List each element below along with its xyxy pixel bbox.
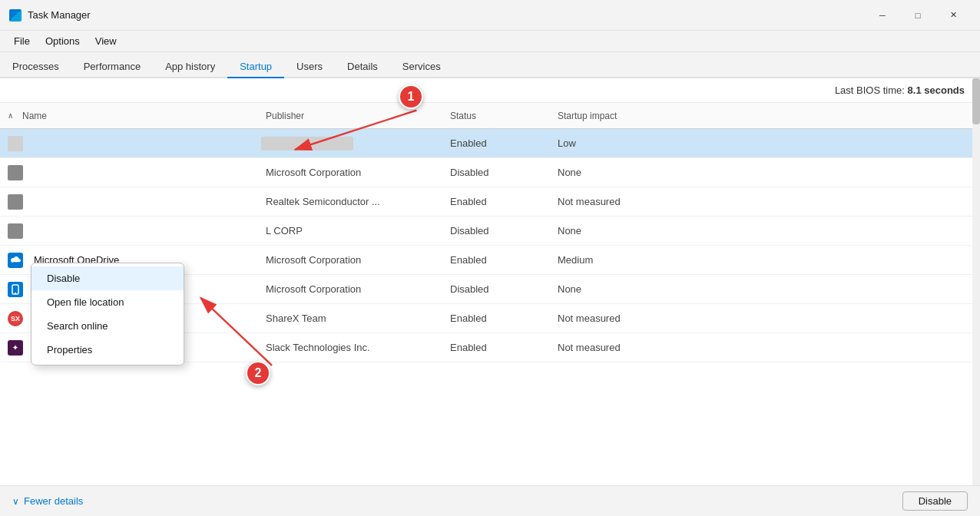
row-name-col bbox=[8, 136, 261, 151]
row-publisher-6: ShareX Team bbox=[261, 313, 445, 324]
context-menu-disable[interactable]: Disable bbox=[31, 266, 184, 290]
app-icon bbox=[9, 9, 22, 22]
bottom-bar: ∨ Fewer details Disable bbox=[0, 485, 980, 516]
row-status-1: Disabled bbox=[445, 167, 553, 178]
col-header-name[interactable]: ∧ Name bbox=[8, 111, 261, 121]
tab-startup[interactable]: Startup bbox=[227, 56, 284, 78]
app-icon-sharex: SX bbox=[8, 311, 23, 326]
title-bar-title: Task Manager bbox=[28, 9, 865, 21]
app-icon-0 bbox=[8, 136, 23, 151]
table-header: ∧ Name Publisher Status Startup impact bbox=[0, 103, 980, 129]
row-impact-7: Not measured bbox=[553, 342, 676, 353]
row-impact-0: Low bbox=[553, 137, 676, 149]
row-impact-6: Not measured bbox=[553, 313, 676, 324]
col-header-impact[interactable]: Startup impact bbox=[553, 110, 676, 121]
row-status-3: Disabled bbox=[445, 225, 553, 237]
publisher-redacted bbox=[261, 137, 353, 150]
app-icon-slack: ✦ bbox=[8, 340, 23, 356]
minimize-button[interactable]: ─ bbox=[865, 3, 900, 28]
row-impact-3: None bbox=[553, 225, 676, 237]
table-row[interactable]: Enabled Low bbox=[0, 129, 980, 158]
tab-processes[interactable]: Processes bbox=[0, 56, 71, 78]
disable-button[interactable]: Disable bbox=[902, 491, 968, 511]
row-name-col bbox=[8, 194, 261, 210]
row-publisher-7: Slack Technologies Inc. bbox=[261, 342, 445, 353]
table-row[interactable]: L CORP Disabled None bbox=[0, 217, 980, 246]
col-header-status[interactable]: Status bbox=[445, 110, 553, 121]
col-header-publisher[interactable]: Publisher bbox=[261, 110, 445, 121]
scrollbar-thumb[interactable] bbox=[972, 78, 980, 124]
context-menu-search-online[interactable]: Search online bbox=[31, 314, 184, 338]
row-impact-2: Not measured bbox=[553, 196, 676, 207]
tab-apphistory[interactable]: App history bbox=[153, 56, 227, 78]
row-name-col bbox=[8, 165, 261, 180]
fewer-details-label: Fewer details bbox=[24, 495, 83, 507]
menu-file[interactable]: File bbox=[6, 32, 38, 50]
app-icon-2 bbox=[8, 194, 23, 210]
menu-options[interactable]: Options bbox=[38, 32, 88, 50]
tab-details[interactable]: Details bbox=[335, 56, 390, 78]
tab-bar: Processes Performance App history Startu… bbox=[0, 52, 980, 78]
row-status-5: Disabled bbox=[445, 283, 553, 295]
row-status-0: Enabled bbox=[445, 137, 553, 149]
row-publisher-5: Microsoft Corporation bbox=[261, 283, 445, 295]
menu-view[interactable]: View bbox=[88, 32, 124, 50]
app-icon-3 bbox=[8, 223, 23, 239]
tab-users[interactable]: Users bbox=[284, 56, 335, 78]
row-publisher-0 bbox=[261, 137, 445, 150]
title-bar: Task Manager ─ □ ✕ bbox=[0, 0, 980, 31]
context-menu: Disable Open file location Search online… bbox=[31, 263, 184, 366]
row-name-col bbox=[8, 223, 261, 239]
bios-time-row: Last BIOS time: 8.1 seconds bbox=[0, 78, 980, 103]
tab-services[interactable]: Services bbox=[390, 56, 453, 78]
context-menu-properties[interactable]: Properties bbox=[31, 338, 184, 362]
app-icon-phone bbox=[8, 282, 23, 297]
table-row[interactable]: Realtek Semiconductor ... Enabled Not me… bbox=[0, 187, 980, 217]
table-row[interactable]: Microsoft Corporation Disabled None bbox=[0, 158, 980, 187]
menu-bar: File Options View bbox=[0, 31, 980, 52]
bios-time-value: 8.1 seconds bbox=[908, 84, 965, 96]
svg-rect-1 bbox=[15, 293, 16, 293]
app-icon-1 bbox=[8, 165, 23, 180]
main-content: Last BIOS time: 8.1 seconds ∧ Name Publi… bbox=[0, 78, 980, 485]
chevron-down-icon: ∨ bbox=[12, 496, 19, 507]
fewer-details-btn[interactable]: ∨ Fewer details bbox=[12, 495, 83, 507]
annotation-2: 2 bbox=[246, 361, 270, 385]
maximize-button[interactable]: □ bbox=[900, 3, 935, 28]
row-publisher-2: Realtek Semiconductor ... bbox=[261, 196, 445, 207]
close-button[interactable]: ✕ bbox=[935, 3, 971, 28]
window-controls: ─ □ ✕ bbox=[865, 3, 971, 28]
tab-performance[interactable]: Performance bbox=[71, 56, 153, 78]
context-menu-open-location[interactable]: Open file location bbox=[31, 290, 184, 314]
row-impact-1: None bbox=[553, 167, 676, 178]
row-status-6: Enabled bbox=[445, 313, 553, 324]
sort-icon: ∧ bbox=[8, 111, 13, 120]
row-impact-4: Medium bbox=[553, 254, 676, 266]
scrollbar[interactable] bbox=[972, 78, 980, 485]
row-publisher-1: Microsoft Corporation bbox=[261, 167, 445, 178]
row-publisher-4: Microsoft Corporation bbox=[261, 254, 445, 266]
app-icon-onedrive bbox=[8, 253, 23, 268]
bios-time-label: Last BIOS time: bbox=[835, 84, 905, 96]
row-status-4: Enabled bbox=[445, 254, 553, 266]
row-publisher-3: L CORP bbox=[261, 225, 445, 237]
row-status-2: Enabled bbox=[445, 196, 553, 207]
annotation-1: 1 bbox=[399, 84, 423, 109]
row-status-7: Enabled bbox=[445, 342, 553, 353]
row-impact-5: None bbox=[553, 283, 676, 295]
